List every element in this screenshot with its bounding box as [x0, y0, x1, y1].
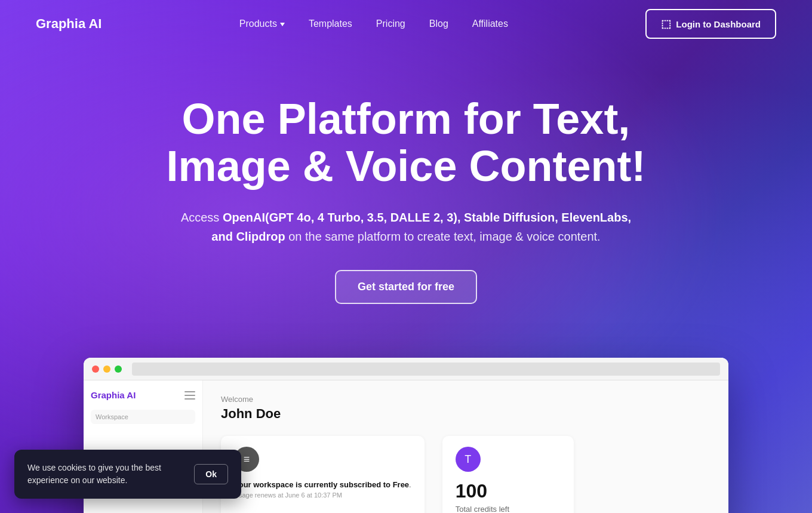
sidebar-toggle-icon[interactable] [184, 391, 195, 400]
cookie-banner: We use cookies to give you the best expe… [14, 450, 241, 499]
credits-label: Total credits left [456, 505, 561, 513]
hero-subtitle: Access OpenAI(GPT 4o, 4 Turbo, 3.5, DALL… [179, 208, 633, 246]
nav-link-templates[interactable]: Templates [309, 19, 352, 29]
sidebar-brand-label: Graphia AI [91, 390, 136, 400]
cookie-ok-button[interactable]: Ok [194, 464, 228, 484]
hero-section: One Platform for Text, Image & Voice Con… [131, 48, 682, 334]
nav-link-pricing[interactable]: Pricing [376, 19, 405, 29]
sidebar-workspace: Workspace [91, 410, 195, 424]
mockup-main: Welcome John Doe ≡ Your workspace is cur… [203, 380, 728, 513]
welcome-name: John Doe [221, 406, 710, 422]
logo[interactable]: Graphia AI [36, 16, 102, 32]
login-label: Login to Dashboard [676, 19, 761, 29]
subscription-text: Your workspace is currently subscribed t… [234, 480, 411, 489]
welcome-label: Welcome [221, 395, 710, 404]
subscription-note: Usage renews at June 6 at 10:37 PM [234, 492, 411, 499]
mockup-titlebar [84, 358, 728, 380]
navbar: Graphia AI Products Templates Pricing Bl… [0, 0, 812, 48]
titlebar-dot-red [92, 365, 99, 373]
login-icon: ⬚ [661, 17, 671, 30]
login-button[interactable]: ⬚ Login to Dashboard [645, 9, 776, 39]
nav-item-blog[interactable]: Blog [429, 19, 448, 29]
credits-card: T 100 Total credits left [442, 436, 574, 513]
subscription-prefix: Your workspace is currently subscribed t… [234, 480, 393, 489]
nav-item-products[interactable]: Products [239, 19, 285, 29]
hero-title: One Platform for Text, Image & Voice Con… [167, 96, 646, 190]
hero-subtitle-plain: Access [181, 211, 223, 224]
nav-links: Products Templates Pricing Blog Affiliat… [239, 19, 508, 29]
credits-icon: T [456, 447, 481, 472]
subscription-plan: Free [393, 480, 409, 489]
hero-subtitle-end: on the same platform to create text, ima… [285, 230, 601, 243]
hero-title-line2: Image & Voice Content! [167, 142, 646, 190]
subscription-card: ≡ Your workspace is currently subscribed… [221, 436, 425, 513]
nav-item-affiliates[interactable]: Affiliates [472, 19, 508, 29]
cta-button[interactable]: Get started for free [335, 270, 477, 304]
nav-item-pricing[interactable]: Pricing [376, 19, 405, 29]
nav-link-affiliates[interactable]: Affiliates [472, 19, 508, 29]
sidebar-brand: Graphia AI [91, 390, 195, 400]
cookie-message: We use cookies to give you the best expe… [27, 462, 184, 487]
titlebar-dot-yellow [103, 365, 110, 373]
mockup-cards: ≡ Your workspace is currently subscribed… [221, 436, 710, 513]
nav-item-templates[interactable]: Templates [309, 19, 352, 29]
titlebar-dot-green [115, 365, 122, 373]
nav-link-products[interactable]: Products [239, 19, 277, 29]
titlebar-address-bar [132, 363, 720, 376]
hero-title-line1: One Platform for Text, [182, 95, 630, 143]
nav-link-blog[interactable]: Blog [429, 19, 448, 29]
credits-number: 100 [456, 480, 561, 502]
chevron-down-icon [280, 23, 285, 26]
